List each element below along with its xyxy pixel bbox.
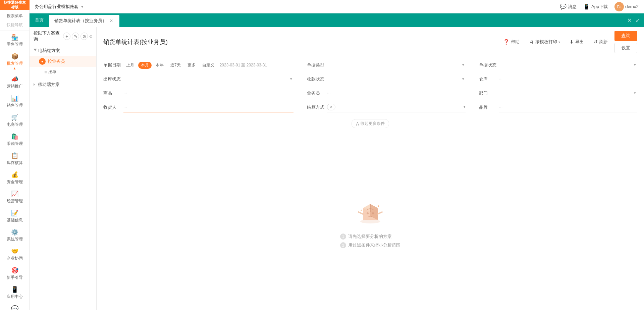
filter-doc-type-label: 单据类型 [307, 62, 324, 68]
refresh-icon: ↺ [593, 39, 598, 45]
date-filter-options: 上月 本月 本年 近7天 更多 自定义 2023-03-01 至 2023-03… [123, 62, 267, 69]
sidebar-item-wholesale[interactable]: 📦 批发管理 ▲ [0, 50, 30, 73]
scheme-sub-order-label: 按单 [48, 69, 56, 75]
export-button[interactable]: ⬇ 导出 [567, 38, 587, 46]
date-custom[interactable]: 自定义 [200, 62, 217, 69]
sidebar-search-area[interactable]: 搜索菜单 [0, 10, 29, 21]
svg-text:✦: ✦ [360, 209, 363, 212]
svg-point-6 [372, 212, 374, 214]
filter-doc-type: 单据类型 ▾ [307, 60, 466, 70]
sidebar-item-newbie[interactable]: 🎯 新手引导 [0, 264, 30, 283]
filter-consignee-label: 收货人 [103, 104, 121, 110]
filter-settlement-value[interactable]: × ▾ [327, 102, 466, 112]
filter-brand: 品牌 ··· [479, 102, 638, 112]
date-this-year[interactable]: 本年 [153, 62, 166, 69]
step-2-text: 用过滤条件来缩小分析范围 [348, 242, 400, 248]
tab-sales-stat[interactable]: 销货单统计表（按业务员） ✕ [49, 15, 119, 27]
filter-out-status-select[interactable]: ▾ [123, 74, 293, 84]
search-menu-label[interactable]: 搜索菜单 [7, 13, 23, 18]
filter-goods-value[interactable]: ··· [123, 88, 293, 98]
topbar-left: 办公用品行业模拟账套 ▾ [35, 4, 83, 10]
scheme-edit-button[interactable]: ✎ [72, 33, 79, 40]
operation-icon: 📈 [11, 190, 18, 198]
filter-row-2: 出库状态 ▾ 收款状态 ▾ [103, 74, 637, 84]
sidebar-item-basic[interactable]: 📝 基础信息 [0, 207, 30, 226]
scheme-group-mobile-header[interactable]: 移动端方案 [30, 80, 96, 90]
sidebar-item-wechat[interactable]: 💬 企业微信 [0, 302, 30, 310]
app-logo: 畅捷通好生意 标版 [0, 0, 30, 10]
filter-warehouse: 仓库 ··· [479, 74, 638, 84]
filter-collect-status-label: 收款状态 [307, 76, 324, 82]
scheme-panel-header: 按以下方案查询 + ✎ ⊙ « [30, 27, 96, 44]
filter-consignee-input[interactable]: ··· [123, 102, 293, 112]
collapse-bar[interactable]: ⋀ 收起更多条件 [103, 116, 637, 131]
filter-dept-select[interactable]: ▾ [499, 88, 638, 98]
company-icon: 🤝 [11, 248, 18, 255]
filter-warehouse-value[interactable]: ··· [499, 74, 638, 84]
print-button[interactable]: 🖨 按模板打印 ▾ [526, 38, 563, 46]
filter-collect-status: 收款状态 ▾ [307, 74, 466, 84]
content-area: 按以下方案查询 + ✎ ⊙ « 电脑端方案 ● 按业务员 [30, 27, 644, 310]
scheme-group-desktop-label: 电脑端方案 [38, 48, 60, 54]
scheme-sub-item-by-order[interactable]: ≡ 按单 [30, 67, 96, 77]
topbar-dropdown-icon[interactable]: ▾ [81, 4, 83, 9]
scheme-add-button[interactable]: + [63, 33, 70, 40]
sidebar-item-ecommerce[interactable]: 🛒 电商管理 [0, 111, 30, 130]
tabs-right-controls: ✕ ⤢ [626, 16, 644, 25]
date-this-month[interactable]: 本月 [138, 62, 152, 69]
empty-step-2: 2 用过滤条件来缩小分析范围 [340, 242, 400, 248]
filter-doc-type-select[interactable]: ▾ [327, 60, 466, 70]
filter-salesperson-value[interactable]: ··· [327, 88, 466, 98]
ecommerce-icon: 🛒 [11, 114, 18, 121]
scheme-group-desktop: 电脑端方案 ● 按业务员 ≡ 按单 [30, 44, 96, 78]
date-last-month[interactable]: 上月 [123, 62, 137, 69]
svg-point-5 [367, 212, 369, 214]
filter-row-1: 单据日期 上月 本月 本年 近7天 更多 自定义 2023-03-01 至 20… [103, 60, 637, 70]
date-last-7days[interactable]: 近7天 [168, 62, 183, 69]
avatar: Ea [614, 2, 624, 11]
doc-type-arrow-icon: ▾ [462, 63, 464, 67]
query-button[interactable]: 查询 [614, 31, 637, 41]
help-button[interactable]: ❓ 帮助 [500, 38, 522, 46]
tab-close-button[interactable]: ✕ [109, 18, 114, 23]
topbar: 办公用品行业模拟账套 ▾ 💬 消息 📱 App下载 Ea demo2 [30, 0, 644, 13]
sidebar-item-operation[interactable]: 📈 经营管理 [0, 188, 30, 207]
filter-collect-status-select[interactable]: ▾ [327, 74, 466, 84]
sidebar-item-company[interactable]: 🤝 企业协同 [0, 245, 30, 264]
sidebar-item-inventory[interactable]: 📋 库存核算 [0, 149, 30, 168]
sidebar-item-marketing[interactable]: 📣 营销推广 [0, 73, 30, 92]
sidebar-item-purchase[interactable]: 🛍️ 采购管理 [0, 130, 30, 149]
close-window-button[interactable]: ✕ [626, 16, 633, 25]
sidebar-item-sales[interactable]: 📊 销售管理 [0, 92, 30, 111]
sidebar-item-apps[interactable]: 📱 应用中心 [0, 283, 30, 302]
scheme-collapse-button[interactable]: « [89, 33, 92, 39]
export-icon: ⬇ [570, 39, 574, 45]
app-download-button[interactable]: 📱 App下载 [583, 3, 608, 10]
collapse-label: 收起更多条件 [361, 121, 385, 126]
message-button[interactable]: 💬 消息 [560, 3, 577, 10]
sidebar-item-label-system: 系统管理 [7, 237, 23, 242]
user-profile[interactable]: Ea demo2 [614, 2, 639, 11]
sidebar-item-label-company: 企业协同 [7, 256, 23, 261]
date-more[interactable]: 更多 [185, 62, 198, 69]
sidebar-item-retail[interactable]: 🏪 零售管理 [0, 31, 30, 50]
scheme-edit2-button[interactable]: ⊙ [80, 33, 88, 40]
filter-brand-label: 品牌 [479, 104, 496, 110]
filter-doc-status-select[interactable]: ▾ [499, 60, 638, 70]
scheme-item-by-salesperson[interactable]: ● 按业务员 [30, 56, 96, 67]
filter-dept-label: 部门 [479, 90, 496, 96]
tab-home[interactable]: 首页 [30, 13, 49, 27]
expand-icon: ▲ [13, 66, 16, 70]
refresh-button[interactable]: ↺ 刷新 [591, 38, 610, 46]
settings-button[interactable]: 设置 [614, 43, 637, 53]
filter-brand-value[interactable]: ··· [499, 102, 638, 112]
filter-date: 单据日期 上月 本月 本年 近7天 更多 自定义 2023-03-01 至 20… [103, 62, 293, 69]
sidebar-item-finance[interactable]: 💰 资金管理 [0, 168, 30, 188]
scheme-group-desktop-header[interactable]: 电脑端方案 [30, 46, 96, 56]
filter-salesperson: 业务员 ··· [307, 88, 466, 98]
scheme-group-mobile: 移动端方案 [30, 78, 96, 91]
system-icon: ⚙️ [11, 228, 18, 236]
sidebar-item-system[interactable]: ⚙️ 系统管理 [0, 226, 30, 245]
restore-window-button[interactable]: ⤢ [634, 16, 641, 25]
settlement-tag-close[interactable]: × [330, 105, 332, 109]
